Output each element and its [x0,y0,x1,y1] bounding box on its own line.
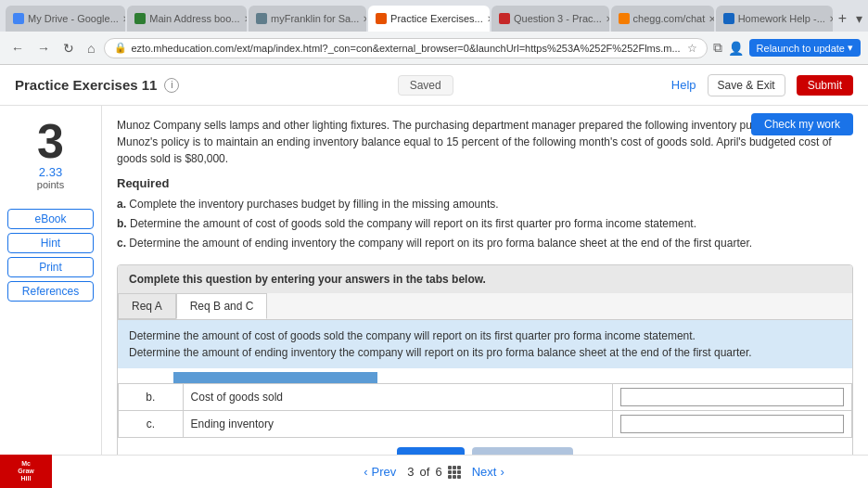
table-header-bar [173,372,377,383]
star-icon[interactable]: ☆ [687,42,697,55]
back-button[interactable]: ← [7,39,28,58]
tab-google[interactable]: My Drive - Google... ✕ [6,6,125,32]
saved-badge: Saved [398,75,453,96]
bar-icons: ⧉ 👤 Relaunch to update ▾ [713,39,861,57]
relaunch-label: Relaunch to update [757,43,845,54]
help-link[interactable]: Help [671,78,696,92]
table-row: c. Ending inventory [119,410,852,437]
tab-address-close[interactable]: ✕ [244,14,248,24]
req-b: b. Determine the amount of cost of goods… [117,215,853,233]
tab-req-a-button[interactable]: Req A [118,293,176,319]
tab-google-close[interactable]: ✕ [122,14,125,24]
extensions-icon[interactable]: ⧉ [713,40,722,56]
tab-chegg-label: chegg.com/chat [633,13,706,24]
tab-question3-label: Question 3 - Prac... [514,13,602,24]
tab-instruction: Complete this question by entering your … [118,265,852,293]
new-tab-button[interactable]: + [835,10,850,27]
tab-practice-label: Practice Exercises... [390,13,483,24]
tab-homework-close[interactable]: ✕ [829,14,833,24]
tab-chegg-close[interactable]: ✕ [708,14,713,24]
info-icon[interactable]: i [164,78,179,93]
next-label: Next [472,465,497,479]
forward-button[interactable]: → [33,39,54,58]
cost-of-goods-input[interactable] [620,388,844,406]
req-b-text: Determine the amount of cost of goods so… [130,217,696,230]
tab-myfranklin-close[interactable]: ✕ [363,14,366,24]
address-text: ezto.mheducation.com/ext/map/index.html?… [131,43,683,54]
google-favicon [13,13,24,24]
save-exit-button[interactable]: Save & Exit [708,74,785,96]
points-value: 2.33 [39,165,62,179]
reload-button[interactable]: ↻ [59,39,78,58]
grid-dot-3 [457,466,461,469]
print-button[interactable]: Print [7,257,94,277]
app-header: Practice Exercises 11 i Saved Help Save … [0,65,868,106]
tab-google-label: My Drive - Google... [28,13,119,24]
practice-title: Practice Exercises 11 [15,77,157,93]
tab-nav: ‹ Req A Req B and C › [118,438,852,455]
footer: McGrawHill ‹ Prev 3 of 6 Next › [0,455,868,488]
question-number: 3 [37,117,64,165]
footer-page-info: 3 of 6 [407,465,460,479]
check-my-work-button[interactable]: Check my work [751,113,853,135]
tab-overflow-icon[interactable]: ▾ [856,11,862,26]
tab-address[interactable]: Main Address boo... ✕ [127,6,247,32]
requirements-list: a. Complete the inventory purchases budg… [117,196,853,253]
prev-label: Prev [372,465,397,479]
relaunch-button[interactable]: Relaunch to update ▾ [749,39,861,57]
tab-question3-close[interactable]: ✕ [606,14,609,24]
tab-req-bc-button[interactable]: Req B and C [176,293,268,319]
row-b-value[interactable] [613,383,852,410]
prev-button[interactable]: ‹ Prev [364,465,396,479]
homework-favicon [723,13,734,24]
req-c-text: Determine the amount of ending inventory… [129,237,752,250]
tab-req-a-label: Req A [132,300,162,313]
req-c: c. Determine the amount of ending invent… [117,235,853,252]
grid-dot-8 [453,475,456,479]
row-c-value[interactable] [613,410,852,437]
required-label: Required [117,176,853,190]
question3-favicon [499,13,510,24]
header-left: Practice Exercises 11 i [15,77,179,93]
points-label: points [37,179,64,190]
tab-myfranklin-label: myFranklin for Sa... [271,13,359,24]
footer-center: ‹ Prev 3 of 6 Next › [0,465,868,479]
row-c-label: Ending inventory [183,410,613,437]
req-bc-table: b. Cost of goods sold c. Ending inventor… [118,383,852,438]
next-req-button[interactable]: Req B and C › [472,447,573,455]
relaunch-chevron: ▾ [848,42,853,54]
tab-chegg[interactable]: chegg.com/chat ✕ [611,6,714,32]
submit-button[interactable]: Submit [797,75,853,96]
references-button[interactable]: References [7,281,94,302]
tab-description: Determine the amount of cost of goods so… [118,320,852,368]
tab-myfranklin[interactable]: myFranklin for Sa... ✕ [249,6,366,32]
req-a: a. Complete the inventory purchases budg… [117,196,853,213]
grid-icon[interactable] [448,466,461,479]
address-bar[interactable]: 🔒 ezto.mheducation.com/ext/map/index.htm… [104,38,707,58]
address-bar-row: ← → ↻ ⌂ 🔒 ezto.mheducation.com/ext/map/i… [0,32,868,65]
sidebar: 3 2.33 points eBook Hint Print Reference… [0,106,102,455]
tab-practice[interactable]: Practice Exercises... ✕ [368,6,490,32]
prev-req-button[interactable]: ‹ Req A [397,447,465,455]
row-b-key: b. [119,383,184,410]
tab-homework[interactable]: Homework Help -... ✕ [716,6,833,32]
tab-question3[interactable]: Question 3 - Prac... ✕ [491,6,609,32]
grid-dot-4 [448,470,452,474]
next-button[interactable]: Next › [472,465,504,479]
profile-icon[interactable]: 👤 [728,41,744,56]
sidebar-links: eBook Hint Print References [7,209,94,302]
tab-content: Determine the amount of cost of goods so… [118,320,852,455]
ending-inventory-input[interactable] [620,415,844,433]
browser-tabs: My Drive - Google... ✕ Main Address boo.… [0,0,868,32]
lock-icon: 🔒 [114,42,127,54]
grid-dot-5 [453,470,456,474]
tab-section: Complete this question by entering your … [117,264,853,455]
total-pages: 6 [435,465,441,479]
hint-button[interactable]: Hint [7,233,94,253]
home-button[interactable]: ⌂ [83,39,98,58]
tab-practice-close[interactable]: ✕ [487,14,490,24]
table-row: b. Cost of goods sold [119,383,852,410]
tab-buttons: Req A Req B and C [118,293,852,320]
ebook-button[interactable]: eBook [7,209,94,229]
saved-area: Saved [179,75,670,96]
